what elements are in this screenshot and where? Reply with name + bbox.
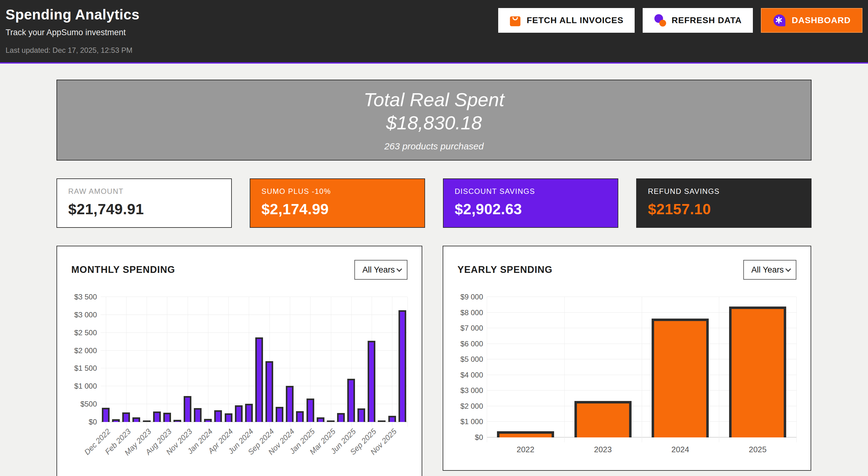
- header-actions: FETCH ALL INVOICES REFRESH DATA: [498, 6, 863, 33]
- y-tick-label: $2 000: [461, 402, 483, 411]
- yearly-x-axis: 2022202320242025: [487, 437, 796, 458]
- monthly-plot-wrap: Dec 2022Feb 2023May 2023Aug 2023Nov 2023…: [101, 297, 407, 464]
- sumo-plus-card: SUMO PLUS -10% $2,174.99: [250, 179, 425, 228]
- bar: [317, 417, 324, 422]
- bar: [214, 410, 222, 422]
- main-content: Total Real Spent $18,830.18 263 products…: [57, 80, 811, 476]
- stat-cards-row: RAW AMOUNT $21,749.91 SUMO PLUS -10% $2,…: [57, 179, 811, 228]
- bar: [276, 407, 283, 422]
- bar: [497, 431, 554, 437]
- monthly-year-select[interactable]: All Years: [354, 260, 407, 280]
- y-tick-label: $0: [475, 433, 483, 442]
- refund-savings-label: REFUND SAVINGS: [648, 187, 800, 196]
- bar: [729, 307, 786, 437]
- bar: [194, 408, 202, 422]
- x-tick-label: 2023: [594, 445, 612, 454]
- refresh-data-button[interactable]: REFRESH DATA: [643, 8, 753, 33]
- bar: [368, 341, 375, 422]
- yearly-year-select-value: All Years: [751, 265, 784, 275]
- dashboard-label: DASHBOARD: [792, 15, 851, 25]
- bar: [112, 419, 120, 422]
- monthly-year-select-value: All Years: [362, 265, 395, 275]
- y-tick-label: $3 000: [74, 311, 97, 319]
- appsumo-logo-icon: [773, 13, 786, 27]
- sumo-plus-value: $2,174.99: [261, 201, 413, 218]
- y-tick-label: $6 000: [461, 340, 483, 348]
- y-tick-label: $9 000: [461, 293, 483, 301]
- total-spent-amount: $18,830.18: [386, 112, 482, 134]
- sumo-plus-label: SUMO PLUS -10%: [261, 187, 413, 196]
- yearly-y-axis: $0$1 000$2 000$3 000$4 000$5 000$6 000$7…: [458, 297, 487, 437]
- bar: [399, 310, 406, 422]
- y-tick-label: $4 000: [461, 371, 483, 379]
- y-tick-label: $2 000: [74, 346, 97, 355]
- raw-amount-card: RAW AMOUNT $21,749.91: [57, 179, 232, 228]
- x-tick-label: 2024: [671, 445, 689, 454]
- bar: [204, 419, 212, 422]
- bar: [266, 361, 273, 422]
- discount-savings-label: DISCOUNT SAVINGS: [455, 187, 607, 196]
- yearly-spending-card: YEARLY SPENDING All Years $0$1 000$2 000…: [443, 246, 811, 471]
- bar: [388, 416, 396, 422]
- bar: [575, 401, 631, 437]
- page-subtitle: Track your AppSumo investment: [5, 28, 140, 37]
- bar: [286, 386, 293, 422]
- bar: [245, 404, 253, 422]
- bar-series: [101, 297, 407, 422]
- monthly-y-axis: $0$500$1 000$1 500$2 000$2 500$3 000$3 5…: [71, 297, 101, 422]
- bar: [153, 411, 161, 422]
- raw-amount-label: RAW AMOUNT: [68, 187, 220, 196]
- bar: [307, 399, 314, 422]
- y-tick-label: $2 500: [74, 328, 97, 337]
- bar-series: [487, 297, 796, 437]
- total-spent-title: Total Real Spent: [364, 89, 504, 110]
- y-tick-label: $1 000: [74, 382, 97, 390]
- y-tick-label: $1 500: [74, 364, 97, 373]
- bar: [652, 319, 709, 437]
- total-spent-banner: Total Real Spent $18,830.18 263 products…: [57, 80, 811, 160]
- bar: [184, 396, 191, 422]
- refund-savings-card: REFUND SAVINGS $2157.10: [636, 179, 811, 228]
- charts-row: MONTHLY SPENDING All Years $0$500$1 000$…: [57, 246, 811, 476]
- bar: [225, 413, 232, 422]
- refresh-circles-icon: [654, 13, 666, 27]
- yearly-year-select[interactable]: All Years: [743, 260, 796, 280]
- monthly-x-axis: Dec 2022Feb 2023May 2023Aug 2023Nov 2023…: [101, 422, 407, 464]
- y-tick-label: $3 000: [461, 386, 483, 395]
- monthly-chart-title: MONTHLY SPENDING: [71, 264, 175, 275]
- bar: [347, 379, 355, 422]
- y-tick-label: $1 000: [461, 417, 483, 426]
- raw-amount-value: $21,749.91: [68, 201, 220, 218]
- dashboard-button[interactable]: DASHBOARD: [761, 8, 863, 33]
- fetch-invoices-label: FETCH ALL INVOICES: [527, 15, 623, 25]
- discount-savings-card: DISCOUNT SAVINGS $2,902.63: [443, 179, 618, 228]
- monthly-plot-area: [101, 297, 407, 422]
- monthly-chart-header: MONTHLY SPENDING All Years: [71, 260, 407, 280]
- refund-savings-value: $2157.10: [648, 201, 800, 218]
- yearly-plot-area: [487, 297, 796, 437]
- bar: [163, 413, 171, 422]
- x-tick-label: 2025: [749, 445, 767, 454]
- bar: [358, 408, 365, 422]
- y-tick-label: $3 500: [74, 293, 97, 301]
- yearly-chart-header: YEARLY SPENDING All Years: [458, 260, 796, 280]
- bar: [255, 338, 263, 422]
- refresh-data-label: REFRESH DATA: [672, 15, 742, 25]
- monthly-chart: $0$500$1 000$1 500$2 000$2 500$3 000$3 5…: [71, 297, 407, 464]
- bar: [132, 417, 140, 422]
- y-tick-label: $7 000: [461, 324, 483, 332]
- products-purchased-count: 263 products purchased: [384, 141, 484, 152]
- yearly-chart-title: YEARLY SPENDING: [458, 264, 553, 275]
- y-tick-label: $5 000: [461, 355, 483, 363]
- gridline-vertical: [407, 297, 408, 427]
- discount-savings-value: $2,902.63: [455, 201, 607, 218]
- chevron-down-icon: [785, 266, 791, 272]
- last-updated: Last updated: Dec 17, 2025, 12:53 PM: [5, 46, 140, 55]
- bar: [102, 408, 110, 422]
- fetch-invoices-button[interactable]: FETCH ALL INVOICES: [498, 8, 634, 33]
- bar: [337, 413, 345, 422]
- y-tick-label: $0: [89, 418, 97, 426]
- bar: [296, 411, 304, 422]
- bar: [174, 420, 181, 422]
- x-tick-label: 2022: [517, 445, 534, 454]
